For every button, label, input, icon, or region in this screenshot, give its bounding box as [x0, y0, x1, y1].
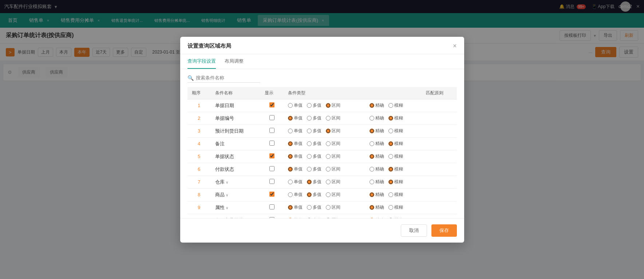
search-input[interactable] — [196, 75, 254, 80]
tab-query-fields[interactable]: 查询字段设置 — [187, 54, 216, 69]
dialog-title: 设置查询区域布局 — [187, 43, 231, 50]
dialog-search-area: 🔍 — [180, 69, 464, 85]
dialog-close-button[interactable]: × — [453, 43, 457, 49]
search-icon: 🔍 — [187, 75, 194, 81]
modal-overlay: 设置查询区域布局 × 查询字段设置 布局调整 🔍 顺序 条件名称 显示 — [0, 0, 644, 84]
tab-layout-adjust[interactable]: 布局调整 — [225, 54, 244, 69]
dialog-header: 设置查询区域布局 × — [180, 37, 464, 54]
search-box: 🔍 — [187, 74, 260, 83]
settings-dialog: 设置查询区域布局 × 查询字段设置 布局调整 🔍 顺序 条件名称 显示 — [180, 37, 464, 85]
dialog-tabs: 查询字段设置 布局调整 — [180, 54, 464, 69]
